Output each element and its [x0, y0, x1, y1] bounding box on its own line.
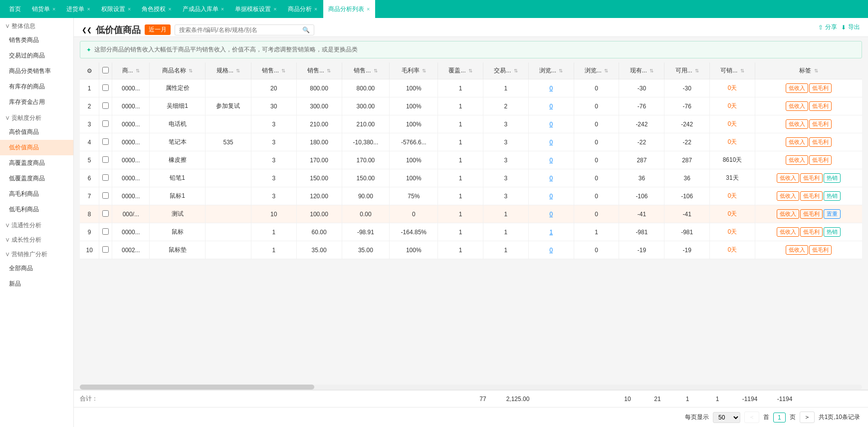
col-saleable[interactable]: 可销... ⇅: [710, 62, 755, 79]
first-page-btn[interactable]: ＜: [744, 412, 759, 423]
cell-browse1[interactable]: 0: [528, 169, 574, 187]
browse1-link[interactable]: 1: [549, 229, 553, 236]
col-tags[interactable]: 标签 ⇅: [755, 62, 862, 79]
close-icon[interactable]: ×: [87, 6, 90, 12]
row-checkbox[interactable]: [102, 246, 109, 253]
nav-purchase-order[interactable]: 进货单 ×: [61, 0, 95, 18]
period-tag[interactable]: 近一月: [145, 24, 171, 35]
nav-home[interactable]: 首页: [4, 0, 26, 18]
col-checkbox[interactable]: [99, 62, 112, 79]
share-button[interactable]: ⇧ 分享: [818, 23, 837, 31]
close-icon[interactable]: ×: [367, 6, 370, 12]
cell-checkbox[interactable]: [99, 223, 112, 241]
sidebar-group-growth[interactable]: ∨ 成长性分析: [0, 232, 73, 246]
cell-browse1[interactable]: 1: [528, 223, 574, 241]
sidebar-item-all-goods[interactable]: 全部商品: [0, 261, 73, 276]
col-sales3[interactable]: 销售... ⇅: [342, 62, 390, 79]
nav-product-analysis-list[interactable]: 商品分析列表 ×: [323, 0, 375, 18]
cell-checkbox[interactable]: [99, 133, 112, 151]
sidebar-group-marketing[interactable]: ∨ 营销推广分析: [0, 246, 73, 261]
close-icon[interactable]: ×: [221, 6, 224, 12]
nav-template-setting[interactable]: 单据模板设置 ×: [230, 0, 281, 18]
col-margin[interactable]: 毛利率 ⇅: [390, 62, 438, 79]
row-checkbox[interactable]: [102, 120, 109, 127]
sidebar-item-stock-fund[interactable]: 库存资金占用: [0, 94, 73, 110]
cell-checkbox[interactable]: [99, 169, 112, 187]
row-checkbox[interactable]: [102, 174, 109, 181]
row-checkbox[interactable]: [102, 210, 109, 217]
col-spec[interactable]: 规格... ⇅: [206, 62, 251, 79]
nav-sales-order[interactable]: 销货单 ×: [27, 0, 60, 18]
close-icon[interactable]: ×: [52, 6, 55, 12]
sidebar-collapse-btn[interactable]: ❮❮: [82, 26, 92, 33]
row-checkbox[interactable]: [102, 84, 109, 91]
close-icon[interactable]: ×: [168, 6, 171, 12]
col-sales1[interactable]: 销售... ⇅: [251, 62, 296, 79]
sidebar-item-low-margin[interactable]: 低毛利商品: [0, 202, 73, 217]
cell-browse1[interactable]: 0: [528, 241, 574, 259]
cell-browse1[interactable]: 0: [528, 79, 574, 97]
cell-checkbox[interactable]: [99, 97, 112, 115]
col-browse1[interactable]: 浏览... ⇅: [528, 62, 574, 79]
search-icon[interactable]: 🔍: [302, 26, 310, 33]
row-checkbox[interactable]: [102, 102, 109, 109]
browse1-link[interactable]: 0: [549, 157, 553, 164]
cell-checkbox[interactable]: [99, 205, 112, 223]
sidebar-item-sales-goods[interactable]: 销售类商品: [0, 32, 73, 48]
cell-browse1[interactable]: 0: [528, 133, 574, 151]
per-page-select[interactable]: 50 100 200: [713, 412, 740, 423]
nav-product-analysis[interactable]: 商品分析 ×: [283, 0, 322, 18]
col-usable[interactable]: 可用... ⇅: [664, 62, 710, 79]
scrollbar-thumb[interactable]: [80, 385, 314, 390]
cell-browse1[interactable]: 0: [528, 97, 574, 115]
select-all-checkbox[interactable]: [102, 67, 109, 73]
browse1-link[interactable]: 0: [549, 121, 553, 128]
browse1-link[interactable]: 0: [549, 175, 553, 182]
cell-browse1[interactable]: 0: [528, 187, 574, 205]
close-icon[interactable]: ×: [314, 6, 317, 12]
cell-browse1[interactable]: 0: [528, 151, 574, 169]
cell-browse1[interactable]: 0: [528, 205, 574, 223]
col-stock[interactable]: 现有... ⇅: [619, 62, 664, 79]
cell-checkbox[interactable]: [99, 115, 112, 133]
sidebar-group-contribution[interactable]: ∨ 贡献度分析: [0, 110, 73, 124]
row-checkbox[interactable]: [102, 138, 109, 145]
close-icon[interactable]: ×: [128, 6, 131, 12]
cell-browse1[interactable]: 0: [528, 115, 574, 133]
sidebar-item-stock-goods[interactable]: 有库存的商品: [0, 79, 73, 94]
cell-checkbox[interactable]: [99, 151, 112, 169]
row-checkbox[interactable]: [102, 192, 109, 199]
sidebar-item-low-value[interactable]: 低价值商品: [0, 140, 73, 155]
cell-checkbox[interactable]: [99, 241, 112, 259]
col-sales2[interactable]: 销售... ⇅: [296, 62, 342, 79]
sidebar-group-liquidity[interactable]: ∨ 流通性分析: [0, 217, 73, 232]
sidebar-item-category-sales-rate[interactable]: 商品分类销售率: [0, 63, 73, 79]
horizontal-scrollbar[interactable]: [80, 385, 862, 390]
sidebar-item-high-coverage[interactable]: 高覆盖度商品: [0, 155, 73, 171]
col-settings[interactable]: ⚙: [80, 62, 99, 79]
sidebar-group-overall[interactable]: ∨ 整体信息: [0, 18, 73, 32]
col-browse2[interactable]: 浏览... ⇅: [574, 62, 619, 79]
row-checkbox[interactable]: [102, 228, 109, 235]
cell-checkbox[interactable]: [99, 187, 112, 205]
nav-role-auth[interactable]: 角色授权 ×: [137, 0, 176, 18]
sidebar-item-new-goods[interactable]: 新品: [0, 276, 73, 292]
row-checkbox[interactable]: [102, 156, 109, 163]
col-code[interactable]: 商... ⇅: [112, 62, 150, 79]
nav-product-stock[interactable]: 产成品入库单 ×: [178, 0, 229, 18]
cell-checkbox[interactable]: [99, 79, 112, 97]
search-input[interactable]: [179, 26, 302, 33]
close-icon[interactable]: ×: [273, 6, 276, 12]
browse1-link[interactable]: 0: [549, 139, 553, 146]
sidebar-item-high-margin[interactable]: 高毛利商品: [0, 186, 73, 202]
browse1-link[interactable]: 0: [549, 85, 553, 92]
browse1-link[interactable]: 0: [549, 103, 553, 110]
browse1-link[interactable]: 0: [549, 211, 553, 218]
col-name[interactable]: 商品名称 ⇅: [150, 62, 206, 79]
sidebar-item-traded-goods[interactable]: 交易过的商品: [0, 48, 73, 63]
browse1-link[interactable]: 0: [549, 247, 553, 254]
next-page-btn[interactable]: ＞: [800, 412, 815, 423]
col-deal[interactable]: 交易... ⇅: [483, 62, 529, 79]
sidebar-item-high-value[interactable]: 高价值商品: [0, 124, 73, 140]
col-coverage[interactable]: 覆盖... ⇅: [438, 62, 483, 79]
